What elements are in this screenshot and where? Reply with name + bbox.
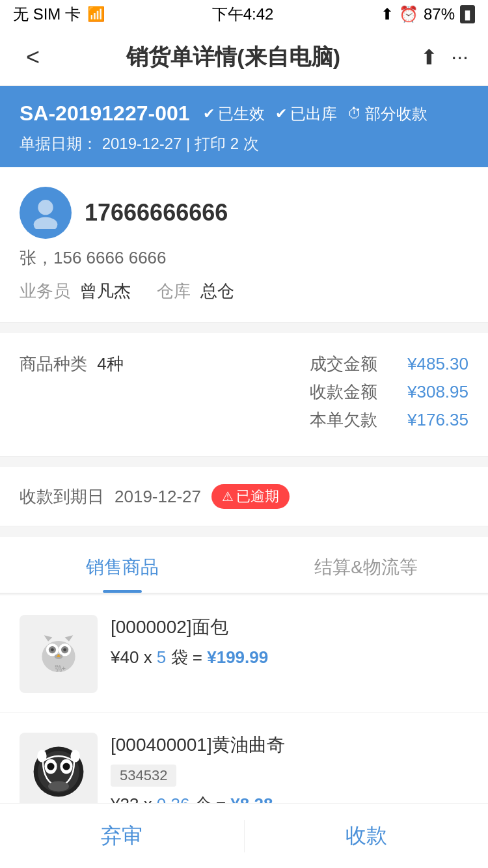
tab-products[interactable]: 销售商品 (0, 537, 244, 593)
tab-settlement[interactable]: 结算&物流等 (244, 537, 488, 593)
product-batch: 534532 (111, 765, 176, 787)
print-suffix: 次 (243, 135, 259, 152)
location-icon: ⬆ (381, 5, 394, 23)
svg-point-1 (34, 217, 58, 229)
status-bar: 无 SIM 卡 📶 下午4:42 ⬆ ⏰ 87% ▮ (0, 0, 488, 29)
page-title: 销货单详情(来自电脑) (126, 42, 340, 72)
svg-marker-11 (44, 635, 53, 642)
due-label: 收款到期日 (20, 485, 104, 508)
badge-partial: ⏱ 部分收款 (347, 103, 427, 124)
badge-effective: ✔ 已生效 (203, 103, 265, 124)
order-id: SA-20191227-001 (20, 102, 190, 126)
warehouse-name: 总仓 (200, 281, 234, 301)
tab-bar: 销售商品 结算&物流等 (0, 537, 488, 594)
status-badges: ✔ 已生效 ✔ 已出库 ⏱ 部分收款 (203, 103, 427, 124)
customer-row: 17666666666 (20, 187, 468, 239)
svg-text:鸮+: 鸮+ (55, 664, 66, 672)
product-info-1: [0000002]面包 ¥40 x 5 袋 = ¥199.99 (111, 615, 468, 669)
due-date: 2019-12-27 (115, 487, 201, 507)
check-icon-1: ✔ (203, 105, 215, 122)
date-row: 单据日期： 2019-12-27 | 打印 2 次 (20, 133, 468, 154)
owed-value: ¥176.35 (390, 410, 468, 430)
deal-amount-label: 成交金额 (310, 353, 377, 375)
amounts: 成交金额 ¥485.30 收款金额 ¥308.95 本单欠款 ¥176.35 (310, 353, 468, 437)
nav-bar: < 销货单详情(来自电脑) ⬆ ··· (0, 29, 488, 86)
svg-point-19 (62, 763, 70, 770)
product-name-2: [000400001]黄油曲奇 (111, 733, 468, 757)
status-left: 无 SIM 卡 📶 (13, 4, 105, 25)
check-icon-2: ✔ (275, 105, 287, 122)
product-price-1: ¥40 x 5 袋 = ¥199.99 (111, 646, 468, 669)
product-thumb-1: 鸮+ (20, 615, 98, 693)
product-name-1: [0000002]面包 (111, 615, 468, 640)
product-type: 商品种类 4种 (20, 353, 124, 375)
svg-point-22 (48, 781, 69, 791)
header-banner: SA-20191227-001 ✔ 已生效 ✔ 已出库 ⏱ 部分收款 单据日期：… (0, 86, 488, 167)
order-id-row: SA-20191227-001 ✔ 已生效 ✔ 已出库 ⏱ 部分收款 (20, 102, 468, 126)
print-label: | 打印 (186, 135, 226, 152)
more-icon[interactable]: ··· (451, 45, 468, 69)
status-right: ⬆ ⏰ 87% ▮ (381, 5, 475, 23)
confirm-button[interactable]: 收款 (245, 809, 489, 863)
badge-shipped: ✔ 已出库 (275, 103, 337, 124)
svg-point-18 (47, 763, 54, 770)
svg-point-8 (63, 648, 66, 651)
wifi-icon: 📶 (87, 6, 105, 23)
svg-point-21 (70, 750, 79, 762)
nav-actions: ⬆ ··· (420, 45, 468, 70)
warehouse-label: 仓库 总仓 (157, 280, 234, 303)
battery-icon: ▮ (460, 5, 475, 23)
warning-icon: ⚠ (222, 489, 234, 504)
customer-section: 17666666666 张，156 6666 6666 业务员 曾凡杰 仓库 总… (0, 167, 488, 323)
deal-amount-row: 成交金额 ¥485.30 (310, 353, 468, 375)
cancel-button[interactable]: 弃审 (0, 809, 244, 863)
carrier-text: 无 SIM 卡 (13, 4, 81, 25)
product-item-1: 鸮+ [0000002]面包 ¥40 x 5 袋 = ¥199.99 (0, 595, 488, 713)
print-count: 2 (230, 135, 239, 152)
customer-phone: 17666666666 (85, 199, 228, 226)
export-icon[interactable]: ⬆ (420, 45, 438, 70)
product-type-value: 4种 (97, 354, 123, 373)
deal-amount-value: ¥485.30 (390, 354, 468, 374)
sales-label: 业务员 曾凡杰 (20, 280, 131, 303)
time-text: 下午4:42 (212, 4, 274, 25)
back-button[interactable]: < (20, 37, 46, 77)
product-thumb-2 (20, 733, 98, 811)
meta-row: 业务员 曾凡杰 仓库 总仓 (20, 280, 468, 303)
due-section: 收款到期日 2019-12-27 ⚠ 已逾期 (0, 467, 488, 526)
received-amount-row: 收款金额 ¥308.95 (310, 381, 468, 403)
svg-point-20 (37, 750, 46, 762)
received-label: 收款金额 (310, 381, 377, 403)
svg-marker-12 (65, 635, 74, 642)
owed-label: 本单欠款 (310, 409, 377, 431)
svg-point-7 (51, 648, 54, 651)
bottom-bar: 弃审 收款 (0, 803, 488, 868)
overdue-badge: ⚠ 已逾期 (211, 484, 290, 509)
avatar (20, 187, 72, 239)
date-label: 单据日期： (20, 135, 98, 152)
svg-point-0 (38, 200, 53, 215)
owed-amount-row: 本单欠款 ¥176.35 (310, 409, 468, 431)
order-date: 2019-12-27 (102, 135, 182, 152)
alarm-icon: ⏰ (399, 5, 418, 23)
clock-icon: ⏱ (347, 105, 362, 122)
sales-name: 曾凡杰 (80, 281, 131, 301)
product-list: 鸮+ [0000002]面包 ¥40 x 5 袋 = ¥199.99 (0, 595, 488, 836)
summary-section: 商品种类 4种 成交金额 ¥485.30 收款金额 ¥308.95 本单欠款 ¥… (0, 333, 488, 457)
battery-text: 87% (424, 5, 455, 23)
customer-info: 张，156 6666 6666 (20, 247, 468, 269)
received-value: ¥308.95 (390, 382, 468, 402)
